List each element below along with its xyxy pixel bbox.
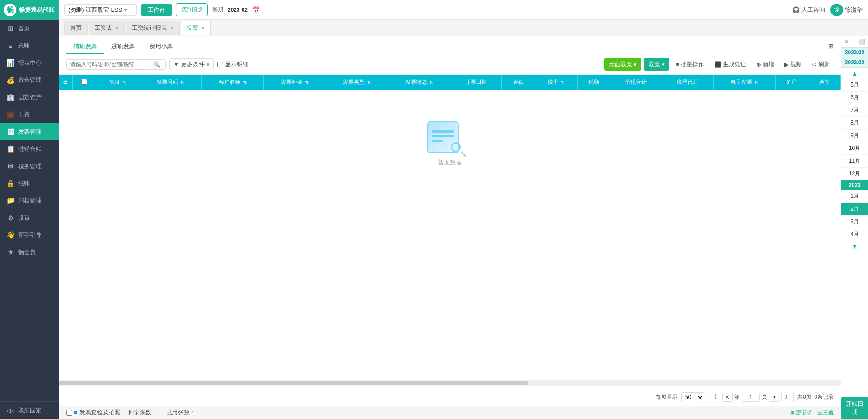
- right-panel-close-button[interactable]: ✕: [844, 38, 849, 45]
- no-invoice-button[interactable]: 无血取票 ▾: [604, 58, 641, 71]
- month-item-2-active[interactable]: 2月: [841, 203, 868, 216]
- col-tax-code[interactable]: 税局代开: [662, 75, 713, 90]
- col-invoice-status[interactable]: 发票状态 ⇅: [388, 75, 450, 90]
- sub-tab-sales[interactable]: 销项发票: [66, 40, 104, 54]
- tab-payroll-stats-close[interactable]: ✕: [170, 25, 174, 31]
- guide-icon: 👋: [6, 231, 14, 239]
- sidebar-item-payroll[interactable]: 💼 工资: [0, 106, 59, 123]
- year-2023-label: 2023: [841, 180, 868, 190]
- scroll-up-button[interactable]: ▲: [841, 68, 868, 79]
- new-button[interactable]: ⊕ 新增: [753, 58, 778, 70]
- tab-home[interactable]: 首页: [64, 21, 88, 35]
- recharge-link[interactable]: 去充值: [817, 409, 834, 417]
- tab-payroll-table-close[interactable]: ✕: [115, 25, 119, 31]
- col-remark[interactable]: 备注: [775, 75, 808, 90]
- gen-voucher-button[interactable]: ⬛ 生成凭证: [711, 58, 750, 70]
- month-item-3[interactable]: 3月: [841, 216, 868, 228]
- search-input[interactable]: [70, 61, 152, 67]
- col-e-invoice[interactable]: 电子发票 ⇅: [713, 75, 775, 90]
- col-invoice-no[interactable]: 发票号码 ⇅: [139, 75, 201, 90]
- page-first-button[interactable]: 《: [708, 392, 720, 402]
- encrypt-record-link[interactable]: 加密记录: [790, 409, 812, 417]
- sub-tab-expense[interactable]: 费用小票: [142, 40, 180, 54]
- sub-tab-purchase[interactable]: 进项发票: [104, 40, 142, 54]
- refresh-label: 刷新: [818, 60, 830, 68]
- right-panel-expand-button[interactable]: ⬜: [858, 39, 865, 45]
- month-item-9[interactable]: 9月: [841, 130, 868, 142]
- company-select[interactable]: (勿删) 江西股宝-LSS ▾: [64, 4, 137, 16]
- sidebar-label-fixed-assets: 固定资产: [18, 93, 42, 101]
- video-button[interactable]: ▶ 视频: [781, 58, 806, 70]
- tab-invoice-label: 发票: [186, 24, 198, 32]
- page-next-button[interactable]: >: [769, 393, 779, 402]
- tab-payroll-table[interactable]: 工资表 ✕: [89, 21, 125, 35]
- user-avatar-area[interactable]: 徐 徐溢华: [830, 4, 863, 16]
- sidebar-item-close[interactable]: 🔒 结账: [0, 175, 59, 192]
- col-open-date[interactable]: 开票日期: [450, 75, 502, 90]
- col-customer[interactable]: 客户名称 ⇅: [201, 75, 263, 90]
- refresh-button[interactable]: ↺ 刷新: [808, 58, 834, 70]
- horizontal-scrollbar[interactable]: [59, 380, 841, 386]
- month-item-4[interactable]: 4月: [841, 228, 868, 241]
- col-tax[interactable]: 税额: [577, 75, 610, 90]
- tab-invoice[interactable]: 发票 ✕: [181, 21, 211, 35]
- sidebar-label-guide: 新手引导: [18, 231, 42, 239]
- select-all-checkbox[interactable]: [81, 79, 87, 85]
- support-button[interactable]: 🎧 人工咨询: [792, 6, 825, 14]
- page-last-button[interactable]: 》: [781, 392, 794, 402]
- month-item-6[interactable]: 6月: [841, 92, 868, 104]
- page-prev-button[interactable]: <: [722, 393, 733, 402]
- month-item-1[interactable]: 1月: [841, 190, 868, 203]
- sidebar-item-archive[interactable]: 📁 归档管理: [0, 192, 59, 209]
- search-icon[interactable]: 🔍: [153, 61, 161, 68]
- column-settings-icon[interactable]: ⊞: [828, 43, 834, 50]
- page-size-select[interactable]: 50 20 100: [681, 392, 704, 402]
- show-detail-checkbox[interactable]: [217, 62, 223, 67]
- col-invoice-category[interactable]: 发票类型 ⇅: [326, 75, 388, 90]
- more-conditions-button[interactable]: ▼ 更多条件 ▾: [169, 58, 214, 70]
- sidebar-item-fixed-assets[interactable]: 🏢 固定资产: [0, 89, 59, 106]
- col-checkbox[interactable]: [72, 75, 96, 90]
- sidebar-item-home[interactable]: ⊞ 首页: [0, 20, 59, 37]
- page-input[interactable]: [742, 393, 760, 402]
- scroll-down-button[interactable]: ▼: [841, 241, 868, 252]
- month-item-11[interactable]: 11月: [841, 155, 868, 168]
- sidebar-label-archive: 归档管理: [18, 197, 42, 205]
- sidebar-item-reports[interactable]: 📊 报表中心: [0, 54, 59, 72]
- sidebar-item-sales[interactable]: 📋 进销台账: [0, 140, 59, 158]
- col-voucher[interactable]: 凭证 ⇅: [96, 75, 139, 90]
- month-item-7[interactable]: 7月: [841, 104, 868, 117]
- open-period-button[interactable]: 开账日期: [841, 397, 868, 419]
- sidebar-item-guide[interactable]: 👋 新手引导: [0, 226, 59, 244]
- tab-invoice-close[interactable]: ✕: [201, 25, 205, 31]
- sidebar-item-member[interactable]: ★ 畅会员: [0, 244, 59, 261]
- sidebar-item-invoice[interactable]: 🧾 发票管理: [0, 123, 59, 140]
- batch-ops-button[interactable]: ≡ 批量操作: [672, 58, 708, 70]
- month-item-10[interactable]: 10月: [841, 142, 868, 155]
- calendar-icon: 📅: [252, 6, 260, 14]
- month-item-5[interactable]: 5月: [841, 79, 868, 92]
- tab-payroll-stats[interactable]: 工资统计报表 ✕: [126, 21, 180, 35]
- col-tax-rate[interactable]: 税率 ⇅: [534, 75, 577, 90]
- col-tax-total[interactable]: 价税合计: [610, 75, 662, 90]
- sub-tab-expense-label: 费用小票: [149, 43, 173, 50]
- sidebar-item-ledger[interactable]: ≡ 总账: [0, 37, 59, 54]
- old-version-button[interactable]: 切到旧版: [176, 3, 208, 16]
- sidebar-label-home: 首页: [18, 24, 30, 33]
- status-dot: [74, 411, 77, 414]
- invoice-check-checkbox[interactable]: [66, 410, 72, 416]
- get-invoice-button[interactable]: 取票 ▾: [644, 58, 669, 71]
- sidebar-item-settings[interactable]: ⚙ 设置: [0, 209, 59, 226]
- sidebar-item-tax[interactable]: 🏛 税务管理: [0, 158, 59, 175]
- show-detail-checkbox-wrap[interactable]: 显示明细: [217, 60, 248, 68]
- month-item-12[interactable]: 12月: [841, 168, 868, 180]
- col-amount[interactable]: 金额: [502, 75, 534, 90]
- col-invoice-type[interactable]: 发票种类 ⇅: [264, 75, 326, 90]
- col-settings[interactable]: ⚙: [59, 75, 72, 90]
- month-item-8[interactable]: 8月: [841, 117, 868, 130]
- sidebar-item-funds[interactable]: 💰 资金管理: [0, 72, 59, 89]
- sidebar-bottom-pin[interactable]: ◁◁ 取消固定: [0, 401, 59, 419]
- scroll-line-1: [432, 130, 454, 133]
- workspace-button[interactable]: 工作台: [141, 4, 172, 16]
- top-bar: (勿删) 江西股宝-LSS ▾ 工作台 切到旧版 账期 2023-02 📅 🎧 …: [59, 0, 868, 20]
